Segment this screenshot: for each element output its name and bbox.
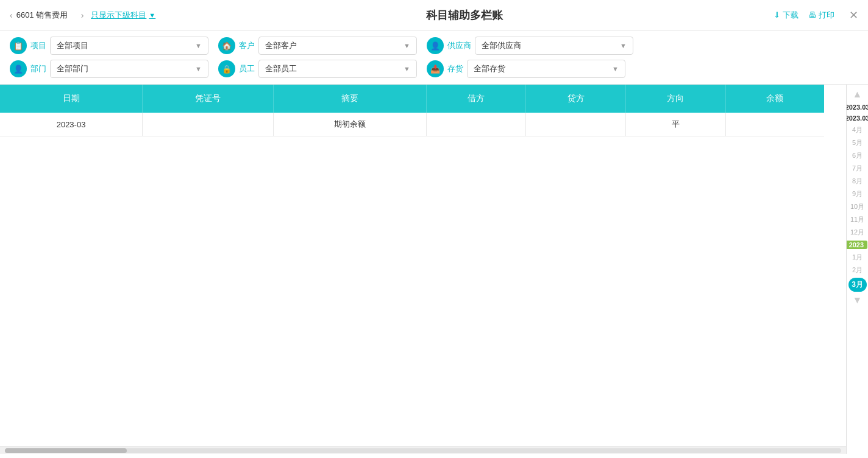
customer-select[interactable]: 全部客户 ▼ [258,37,417,55]
supplier-value: 全部供应商 [482,40,521,51]
print-button[interactable]: 🖶 打印 [808,10,834,21]
print-icon: 🖶 [808,10,816,19]
col-summary: 摘要 [273,85,426,113]
download-label: 下载 [783,10,799,21]
page-title: 科目辅助多栏账 [155,8,774,23]
employee-select[interactable]: 全部员工 ▼ [258,60,417,78]
filter-employee: 🔒 员工 全部员工 ▼ [218,60,417,78]
cell-credit [526,113,626,136]
supplier-icon: 👤 [427,37,444,54]
customer-value: 全部客户 [265,40,297,51]
timeline-down-button[interactable]: ▼ [850,293,865,308]
timeline-item[interactable]: 3月 [848,278,867,292]
timeline-item[interactable]: 12月 [846,226,868,239]
timeline-item[interactable]: 8月 [846,175,868,188]
show-sub-button[interactable]: 只显示下级科目 ▼ [91,10,155,21]
inventory-chevron-icon: ▼ [612,65,619,72]
chevron-down-icon: ▼ [149,12,155,19]
project-icon: 📋 [10,37,27,54]
timeline-item[interactable]: 2023 [846,241,867,249]
timeline-item[interactable]: 10月 [846,200,868,213]
filter-project: 📋 项目 全部项目 ▼ [10,37,208,55]
timeline-item[interactable]: 2023.03 [846,102,868,113]
right-sidebar: ▲ 2023.032023.034月5月6月7月8月9月10月11月12月202… [846,85,868,454]
timeline-item[interactable]: 7月 [846,162,868,175]
filter-row-2: 👤 部门 全部部门 ▼ 🔒 员工 全部员工 ▼ 📥 存货 [10,60,858,78]
customer-icon: 🏠 [218,37,235,54]
cell-date: 2023-03 [0,113,143,136]
cell-voucher [143,113,274,136]
download-icon: ⇓ [774,10,780,19]
scrollbar-thumb[interactable] [5,448,127,453]
customer-label: 客户 [239,40,255,51]
cell-balance [725,113,824,136]
timeline-item[interactable]: 6月 [846,149,868,162]
account-nav: ‹ 6601 销售费用 › [10,10,84,21]
employee-label: 员工 [239,63,255,74]
main-table: 日期 凭证号 摘要 借方 贷方 方向 余额 2023-03 期初余额 [0,85,824,136]
department-label: 部门 [30,63,46,74]
inventory-label: 存货 [447,63,463,74]
close-button[interactable]: ✕ [849,9,858,22]
content-area: 日期 凭证号 摘要 借方 贷方 方向 余额 2023-03 期初余额 [0,85,868,454]
col-direction: 方向 [625,85,725,113]
project-chevron-icon: ▼ [195,42,202,49]
cell-debit [426,113,526,136]
department-select[interactable]: 全部部门 ▼ [50,60,208,78]
inventory-icon: 📥 [427,60,444,77]
filter-department: 👤 部门 全部部门 ▼ [10,60,208,78]
table-section: 日期 凭证号 摘要 借方 贷方 方向 余额 2023-03 期初余额 [0,85,846,454]
account-code-name: 6601 销售费用 [16,10,77,21]
show-sub-label: 只显示下级科目 [91,10,146,21]
employee-chevron-icon: ▼ [404,65,410,72]
cell-summary: 期初余额 [273,113,426,136]
department-chevron-icon: ▼ [195,65,202,72]
timeline-item[interactable]: 1月 [846,251,868,264]
project-select[interactable]: 全部项目 ▼ [50,37,208,55]
cell-direction: 平 [625,113,725,136]
supplier-label: 供应商 [447,40,471,51]
col-voucher: 凭证号 [143,85,274,113]
filter-inventory: 📥 存货 全部存货 ▼ [427,60,625,78]
col-credit: 贷方 [526,85,626,113]
employee-value: 全部员工 [265,63,297,74]
col-date: 日期 [0,85,143,113]
header: ‹ 6601 销售费用 › 只显示下级科目 ▼ 科目辅助多栏账 ⇓ 下载 🖶 打… [0,0,868,30]
timeline-item[interactable]: 2月 [846,264,868,277]
department-value: 全部部门 [57,63,88,74]
scrollbar-track [5,448,841,453]
table-wrapper[interactable]: 日期 凭证号 摘要 借方 贷方 方向 余额 2023-03 期初余额 [0,85,824,446]
next-account-button[interactable]: › [81,10,84,20]
timeline-item[interactable]: 11月 [846,213,868,226]
prev-account-button[interactable]: ‹ [10,10,13,20]
project-label: 项目 [30,40,46,51]
timeline-up-button[interactable]: ▲ [850,87,865,102]
header-actions: ⇓ 下载 🖶 打印 ✕ [774,9,858,22]
download-button[interactable]: ⇓ 下载 [774,10,799,21]
col-debit: 借方 [426,85,526,113]
customer-chevron-icon: ▼ [404,42,410,49]
employee-icon: 🔒 [218,60,235,77]
scrollbar-area[interactable] [0,446,846,454]
timeline-item[interactable]: 9月 [846,188,868,200]
timeline-item[interactable]: 4月 [846,124,868,136]
timeline-item[interactable]: 5月 [846,136,868,149]
inventory-select[interactable]: 全部存货 ▼ [467,60,625,78]
timeline-item[interactable]: 2023.03 [846,113,868,124]
supplier-select[interactable]: 全部供应商 ▼ [475,37,633,55]
col-balance: 余额 [725,85,824,113]
supplier-chevron-icon: ▼ [620,42,627,49]
filter-supplier: 👤 供应商 全部供应商 ▼ [427,37,633,55]
project-value: 全部项目 [57,40,88,51]
filter-area: 📋 项目 全部项目 ▼ 🏠 客户 全部客户 ▼ 👤 供应商 [0,30,868,85]
inventory-value: 全部存货 [474,63,505,74]
filter-row-1: 📋 项目 全部项目 ▼ 🏠 客户 全部客户 ▼ 👤 供应商 [10,37,858,55]
table-row[interactable]: 2023-03 期初余额 平 [0,113,824,136]
filter-customer: 🏠 客户 全部客户 ▼ [218,37,417,55]
department-icon: 👤 [10,60,27,77]
table-header-row: 日期 凭证号 摘要 借方 贷方 方向 余额 [0,85,824,113]
print-label: 打印 [819,10,834,21]
